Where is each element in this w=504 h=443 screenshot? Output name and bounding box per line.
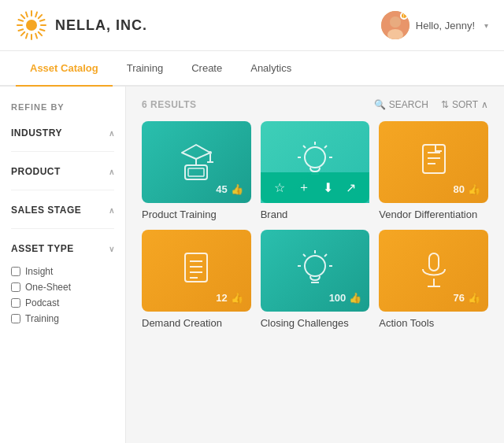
card-title-action-tools: Action Tools <box>379 317 488 329</box>
filter-industry-header[interactable]: INDUSTRY ∧ <box>11 124 114 142</box>
search-label: SEARCH <box>389 99 428 110</box>
filter-industry: INDUSTRY ∧ <box>11 124 114 152</box>
card-count-demand: 12 👍 <box>216 292 243 304</box>
star-action-icon[interactable]: ☆ <box>274 180 285 195</box>
filter-sales-stage-chevron: ∧ <box>109 206 115 215</box>
nav-item-analytics[interactable]: Analytics <box>236 51 306 87</box>
header: NELLA, INC. ! Hello, Jenny! ▾ <box>0 0 504 51</box>
search-icon: 🔍 <box>374 99 386 110</box>
nav-item-create[interactable]: Create <box>177 51 236 87</box>
option-training-label: Training <box>25 313 59 324</box>
svg-point-25 <box>209 151 212 154</box>
card-product-training[interactable]: 45 👍 Product Training <box>142 121 251 220</box>
results-count: 6 RESULTS <box>142 99 197 110</box>
svg-point-0 <box>26 20 37 31</box>
filter-asset-type-label: ASSET TYPE <box>11 243 74 254</box>
svg-line-6 <box>39 32 42 35</box>
filter-sales-stage-header[interactable]: SALES STAGE ∧ <box>11 201 114 219</box>
main-nav: Asset Catalog Training Create Analytics <box>0 51 504 87</box>
svg-rect-22 <box>188 168 204 176</box>
thumbup-icon: 👍 <box>231 183 243 195</box>
add-action-icon[interactable]: ＋ <box>298 179 310 196</box>
filter-product-label: PRODUCT <box>11 166 61 177</box>
main-content: REFINE BY INDUSTRY ∧ PRODUCT ∧ SALES STA… <box>0 87 504 443</box>
filter-product-chevron: ∧ <box>109 168 115 176</box>
card-brand[interactable]: ☆ ＋ ⬇ ↗ Brand <box>261 121 370 220</box>
svg-line-14 <box>40 29 45 31</box>
svg-line-15 <box>26 34 28 39</box>
filter-asset-type: ASSET TYPE ∨ Insight One-Sheet Podcast <box>11 240 114 336</box>
svg-line-16 <box>35 13 37 17</box>
logo-text: NELLA, INC. <box>55 17 147 34</box>
thumbup-icon-demand: 👍 <box>231 292 243 304</box>
sort-button[interactable]: ⇅ SORT ∧ <box>441 99 488 110</box>
card-title-closing-challenges: Closing Challenges <box>261 317 370 329</box>
option-podcast-label: Podcast <box>25 297 59 308</box>
card-count-product-training: 45 👍 <box>216 183 243 195</box>
card-hover-actions: ☆ ＋ ⬇ ↗ <box>261 172 370 203</box>
filter-industry-chevron: ∧ <box>109 129 115 138</box>
card-demand-creation[interactable]: 12 👍 Demand Creation <box>142 230 251 329</box>
refine-by-label: REFINE BY <box>11 102 114 112</box>
svg-line-31 <box>303 146 306 148</box>
svg-point-28 <box>305 147 325 168</box>
svg-line-13 <box>19 20 24 21</box>
results-actions: 🔍 SEARCH ⇅ SORT ∧ <box>374 99 488 110</box>
user-greeting: Hello, Jenny! <box>416 20 475 31</box>
filter-asset-type-header[interactable]: ASSET TYPE ∨ <box>11 240 114 257</box>
svg-point-20 <box>390 17 401 28</box>
svg-line-12 <box>40 20 45 21</box>
logo-area: NELLA, INC. <box>16 9 147 41</box>
user-dropdown-icon[interactable]: ▾ <box>484 21 488 30</box>
card-title-brand: Brand <box>261 209 370 220</box>
svg-line-9 <box>26 13 28 17</box>
svg-line-7 <box>39 15 42 18</box>
logo-icon <box>16 9 47 41</box>
filter-option-podcast[interactable]: Podcast <box>11 295 114 311</box>
svg-line-8 <box>21 32 24 35</box>
svg-line-48 <box>324 254 327 257</box>
checkbox-insight[interactable] <box>11 267 20 276</box>
thumbup-icon-action: 👍 <box>468 292 480 304</box>
svg-line-10 <box>35 34 37 39</box>
svg-marker-23 <box>182 145 210 159</box>
card-action-tools[interactable]: 76 👍 Action Tools <box>379 230 488 329</box>
results-bar: 6 RESULTS 🔍 SEARCH ⇅ SORT ∧ <box>142 99 488 110</box>
filter-option-onesheet[interactable]: One-Sheet <box>11 279 114 295</box>
nav-item-asset-catalog[interactable]: Asset Catalog <box>16 51 113 87</box>
card-count-closing: 100 👍 <box>329 292 362 304</box>
avatar: ! <box>381 11 410 39</box>
card-count-vendor: 80 👍 <box>454 183 480 195</box>
cards-grid: 45 👍 Product Training <box>142 121 488 329</box>
option-insight-label: Insight <box>25 266 53 277</box>
sort-icon: ⇅ <box>441 99 449 110</box>
filter-product-header[interactable]: PRODUCT ∧ <box>11 163 114 180</box>
filter-option-training[interactable]: Training <box>11 311 114 327</box>
user-area: ! Hello, Jenny! ▾ <box>381 11 488 39</box>
card-title-demand-creation: Demand Creation <box>142 317 251 329</box>
filter-industry-label: INDUSTRY <box>11 127 62 138</box>
checkbox-training[interactable] <box>11 314 20 323</box>
svg-rect-51 <box>429 253 439 271</box>
svg-line-32 <box>324 146 327 148</box>
search-button[interactable]: 🔍 SEARCH <box>374 99 428 110</box>
filter-asset-type-chevron: ∨ <box>109 245 115 253</box>
svg-line-47 <box>303 254 306 257</box>
content-area: 6 RESULTS 🔍 SEARCH ⇅ SORT ∧ <box>126 87 504 443</box>
svg-line-5 <box>21 15 24 18</box>
thumbup-icon-vendor: 👍 <box>468 183 480 195</box>
card-closing-challenges[interactable]: 100 👍 Closing Challenges <box>261 230 370 329</box>
card-count-action-tools: 76 👍 <box>454 292 480 304</box>
nav-item-training[interactable]: Training <box>113 51 177 87</box>
sidebar: REFINE BY INDUSTRY ∧ PRODUCT ∧ SALES STA… <box>0 87 126 443</box>
checkbox-onesheet[interactable] <box>11 282 20 292</box>
share-action-icon[interactable]: ↗ <box>346 180 356 195</box>
svg-point-44 <box>305 256 325 276</box>
filter-option-insight[interactable]: Insight <box>11 264 114 279</box>
download-action-icon[interactable]: ⬇ <box>323 180 333 195</box>
checkbox-podcast[interactable] <box>11 298 20 308</box>
sort-chevron-icon: ∧ <box>481 99 488 110</box>
option-onesheet-label: One-Sheet <box>25 282 71 293</box>
filter-sales-stage: SALES STAGE ∧ <box>11 201 114 229</box>
card-vendor-differentiation[interactable]: 80 👍 Vendor Differentiation <box>379 121 488 220</box>
